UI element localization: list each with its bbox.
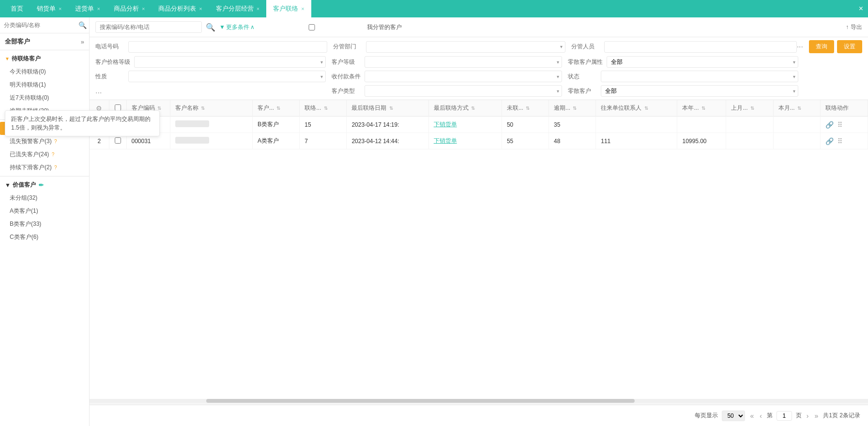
sort-company-contact-icon[interactable]: ⇅ <box>644 105 648 111</box>
phone-input[interactable] <box>128 41 327 53</box>
nav-purchase-close[interactable]: × <box>97 6 100 12</box>
horizontal-scrollbar[interactable] <box>90 399 868 403</box>
customer-type-select[interactable] <box>365 85 562 97</box>
sidebar-item-churned[interactable]: 已流失客户(24) ? <box>0 148 89 161</box>
sidebar-item-tomorrow[interactable]: 明天待联络(1) <box>0 78 89 91</box>
sidebar-value-group[interactable]: ▼ 价值客户 ✏ <box>0 178 89 191</box>
scrollbar-thumb[interactable] <box>206 399 634 403</box>
sidebar-item-class-c[interactable]: C类客户(6) <box>0 231 89 244</box>
sidebar-search-input[interactable] <box>4 22 76 29</box>
nav-customer-contact-close[interactable]: × <box>301 6 304 12</box>
row1-link-icon[interactable]: 🔗 <box>825 121 834 129</box>
sidebar-item-declining[interactable]: 持续下滑客户(2) ? <box>0 161 89 174</box>
manager-label: 分管人员 <box>571 43 600 51</box>
next-page-btn[interactable]: › <box>806 412 810 420</box>
row2-checkbox[interactable] <box>115 137 121 144</box>
sidebar-item-class-a[interactable]: A类客户(1) <box>0 205 89 218</box>
sidebar-collapse-btn[interactable]: » <box>81 38 84 45</box>
query-button[interactable]: 查询 <box>809 40 834 53</box>
row1-more-icon[interactable]: ⠿ <box>838 121 842 129</box>
table-header-row: ⚙ 客户编码 ⇅ 客户名称 ⇅ <box>90 100 868 117</box>
sort-method-icon[interactable]: ⇅ <box>471 105 475 111</box>
row2-link-icon[interactable]: 🔗 <box>825 137 834 145</box>
nav-home[interactable]: 首页 <box>4 0 30 17</box>
dept-select[interactable] <box>366 41 565 53</box>
sidebar-item-class-b[interactable]: B类客户(33) <box>0 218 89 231</box>
sidebar-item-ungrouped[interactable]: 未分组(32) <box>0 191 89 205</box>
row1-name-blurred <box>175 120 209 127</box>
row1-method-link[interactable]: 下销货单 <box>434 121 457 128</box>
sidebar-all-customers-header[interactable]: 全部客户 » <box>0 33 89 50</box>
select-all-checkbox[interactable] <box>115 104 121 111</box>
nav-product-analysis[interactable]: 商品分析 × <box>107 0 152 17</box>
customer-type-label: 客户类型 <box>332 87 361 95</box>
scattered-attr-select[interactable]: 全部 <box>607 56 798 68</box>
nav-sales[interactable]: 销货单 × <box>30 0 68 17</box>
prev-page-btn[interactable]: ‹ <box>759 412 763 420</box>
th-customer-type: 客户... ⇅ <box>253 100 300 117</box>
scattered-customer-label: 零散客户 <box>568 87 597 95</box>
sidebar-item-churn-warning[interactable]: 流失预警客户(3) ? <box>0 135 89 148</box>
nav-sales-close[interactable]: × <box>59 6 61 12</box>
filter-manager: 分管人员 ··· <box>571 41 803 53</box>
dept-label: 分管部门 <box>333 43 362 51</box>
row2-method-link[interactable]: 下销货单 <box>434 137 457 144</box>
advanced-filter: 电话号码 分管部门 ▾ 分管人员 ··· 查询 设置 <box>90 37 868 100</box>
sidebar-search-icon[interactable]: 🔍 <box>78 21 87 29</box>
scattered-customer-select[interactable]: 全部 <box>601 85 798 97</box>
sort-type-icon[interactable]: ⇅ <box>276 105 280 111</box>
first-page-btn[interactable]: « <box>749 412 755 420</box>
payment-select[interactable] <box>365 71 562 82</box>
nav-customer-contact[interactable]: 客户联络 × <box>266 0 311 17</box>
sort-contacts-icon[interactable]: ⇅ <box>324 105 328 111</box>
search-input[interactable] <box>95 21 202 33</box>
row4-dots-btn[interactable]: ... <box>95 87 102 95</box>
sidebar-search-area: 🔍 <box>0 17 89 33</box>
settings-button[interactable]: 设置 <box>837 40 862 53</box>
my-customers-checkbox[interactable] <box>259 24 365 30</box>
sidebar-body: ▼ 待联络客户 今天待联络(0) 明天待联络(1) 近7天待联络(0) 逾期未联… <box>0 50 89 426</box>
nav-customer-segment[interactable]: 客户分层经营 × <box>209 0 266 17</box>
filter-phone: 电话号码 <box>95 41 327 53</box>
customer-level-select[interactable] <box>365 56 562 68</box>
manager-dots-btn[interactable]: ··· <box>797 43 803 51</box>
nav-customer-segment-close[interactable]: × <box>257 6 259 12</box>
row2-more-icon[interactable]: ⠿ <box>838 137 842 145</box>
per-page-label: 每页显示 <box>695 411 718 420</box>
sidebar-item-today[interactable]: 今天待联络(0) <box>0 65 89 78</box>
sort-name-icon[interactable]: ⇅ <box>201 105 205 111</box>
sidebar-item-7days[interactable]: 近7天待联络(0) <box>0 91 89 104</box>
payment-label: 收付款条件 <box>332 73 361 81</box>
nature-select[interactable] <box>128 71 326 82</box>
sort-uncontacted-icon[interactable]: ⇅ <box>526 105 530 111</box>
more-conditions-btn[interactable]: ▼ 更多条件 ∧ <box>219 23 255 31</box>
sort-this-month-icon[interactable]: ⇅ <box>797 105 801 111</box>
sort-date-icon[interactable]: ⇅ <box>389 105 393 111</box>
manager-input[interactable] <box>604 41 797 53</box>
customer-level-label: 客户等级 <box>332 58 361 66</box>
last-page-btn[interactable]: » <box>814 412 820 420</box>
price-level-label: 客户价格等级 <box>95 58 130 66</box>
sort-overdue-icon[interactable]: ⇅ <box>573 105 577 111</box>
row2-this-month <box>773 133 820 149</box>
nav-product-list[interactable]: 商品分析列表 × <box>152 0 209 17</box>
per-page-select[interactable]: 50 <box>722 411 745 421</box>
th-company-contact: 往来单位联系人 ⇅ <box>596 100 677 117</box>
page-input[interactable] <box>777 411 792 421</box>
sort-this-year-icon[interactable]: ⇅ <box>701 105 705 111</box>
search-button[interactable]: 🔍 <box>206 23 215 32</box>
nav-product-analysis-close[interactable]: × <box>142 6 145 12</box>
price-level-select[interactable] <box>134 56 326 68</box>
row2-name <box>170 133 253 149</box>
sidebar-section-pending[interactable]: ▼ 待联络客户 <box>0 52 89 65</box>
my-customers-filter[interactable]: 我分管的客户 <box>259 23 402 31</box>
nav-product-list-close[interactable]: × <box>199 6 202 12</box>
th-name: 客户名称 ⇅ <box>170 100 253 117</box>
page-label: 第 <box>767 411 773 420</box>
sort-last-month-icon[interactable]: ⇅ <box>750 105 754 111</box>
export-btn[interactable]: ↑ 导出 <box>846 23 862 31</box>
filter-dots-area: ... <box>95 87 326 95</box>
nav-purchase[interactable]: 进货单 × <box>68 0 107 17</box>
close-all-tabs[interactable]: × <box>859 4 863 13</box>
status-select[interactable] <box>601 71 798 82</box>
